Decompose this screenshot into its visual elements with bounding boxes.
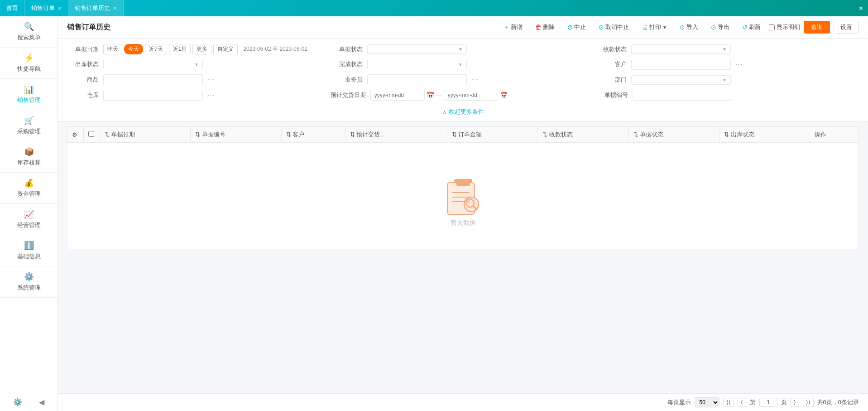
- delivery-date-end[interactable]: [444, 90, 498, 101]
- sidebar-item-system[interactable]: ⚙️ 系统管理: [0, 266, 58, 298]
- sidebar-item-search[interactable]: 🔍 搜索菜单: [0, 16, 58, 48]
- stop-icon: ⊘: [567, 24, 573, 31]
- tab-sales-history[interactable]: 销售订单历史 ✕: [68, 0, 124, 16]
- th-delivery-date[interactable]: ⇅ 预计交货...: [345, 127, 447, 143]
- query-button[interactable]: 查询: [804, 21, 830, 34]
- th-customer[interactable]: ⇅ 客户: [281, 127, 345, 143]
- page-size-select[interactable]: 50 20 100: [695, 397, 719, 407]
- collapse-sidebar-icon[interactable]: ◀: [39, 398, 44, 406]
- tab-sales-history-close[interactable]: ✕: [113, 5, 117, 11]
- next-page-btn[interactable]: ⟩: [791, 398, 799, 407]
- display-detail-checkbox[interactable]: [769, 24, 775, 30]
- sidebar-inventory-label: 库存核算: [17, 159, 41, 167]
- import-button[interactable]: ⊙ 导入: [675, 21, 703, 33]
- last-page-btn[interactable]: ⟩⟩: [803, 398, 814, 407]
- refresh-button[interactable]: ↺ 刷新: [738, 21, 765, 33]
- order-status-arrow: ▼: [458, 47, 463, 52]
- delivery-status-arrow: ▼: [194, 62, 199, 67]
- salesperson-dots[interactable]: ···: [470, 76, 480, 84]
- new-button[interactable]: ＋ 新增: [499, 21, 527, 33]
- th-date[interactable]: ⇅ 单据日期: [100, 127, 191, 143]
- th-number[interactable]: ⇅ 单据编号: [191, 127, 281, 143]
- delete-label: 删除: [543, 23, 555, 31]
- completion-status-arrow: ▼: [458, 62, 463, 67]
- th-delivery-date-label: ⇅ 预计交货...: [350, 131, 385, 138]
- completion-status-select[interactable]: ▼: [367, 60, 467, 69]
- delivery-date-end-icon[interactable]: 📅: [500, 92, 508, 99]
- cancel-stop-button[interactable]: ⊘ 取消中止: [594, 21, 633, 33]
- th-customer-label: ⇅ 客户: [286, 131, 305, 138]
- product-input[interactable]: [103, 74, 203, 85]
- filter-area: 单据日期 昨天 今天 近7天 近1月 更多 自定义 2023-06-02 至 2…: [58, 39, 868, 122]
- customer-input[interactable]: [631, 59, 731, 70]
- filter-row-2: 出库状态 ▼ 完成状态 ▼ 客户 ···: [67, 59, 859, 70]
- warehouse-input[interactable]: [103, 90, 203, 101]
- prev-page-btn[interactable]: ⟨: [738, 398, 746, 407]
- tab-sales-order-close[interactable]: ✕: [58, 5, 62, 11]
- date-btn-7days[interactable]: 近7天: [145, 44, 167, 54]
- delivery-date-start-icon[interactable]: 📅: [427, 92, 434, 99]
- table-body: 暂无数据: [67, 143, 859, 249]
- th-amount[interactable]: ⇅ 订单金额: [447, 127, 537, 143]
- sidebar-item-basics[interactable]: ℹ️ 基础信息: [0, 235, 58, 266]
- new-label: 新增: [511, 23, 523, 31]
- date-btn-1month[interactable]: 近1月: [169, 44, 191, 54]
- setting-button[interactable]: 设置: [834, 21, 859, 34]
- page-title: 销售订单历史: [67, 23, 110, 32]
- th-delivery-status[interactable]: ⇅ 出库状态: [719, 127, 810, 143]
- th-order-status[interactable]: ⇅ 单据状态: [628, 127, 719, 143]
- select-all-checkbox[interactable]: [88, 131, 94, 137]
- tab-sales-order[interactable]: 销售订单 ✕: [25, 0, 68, 16]
- settings-bottom-icon[interactable]: ⚙️: [13, 398, 22, 406]
- product-dots[interactable]: ···: [206, 76, 216, 84]
- date-btn-yesterday[interactable]: 昨天: [103, 44, 122, 54]
- stop-button[interactable]: ⊘ 中止: [563, 21, 590, 33]
- main-content: 销售订单历史 ＋ 新增 🗑 删除 ⊘ 中止 ⊘ 取消中止: [58, 16, 868, 411]
- sidebar-item-sales[interactable]: 📊 销售管理: [0, 79, 58, 110]
- order-number-control: [633, 90, 859, 101]
- order-number-input[interactable]: [633, 90, 732, 101]
- page-number-input[interactable]: [759, 398, 777, 407]
- department-select[interactable]: ▼: [631, 75, 731, 85]
- th-settings[interactable]: ⚙: [67, 127, 84, 143]
- filter-row-4: 仓库 ··· 预计交货日期 📅 — 📅 单据编号: [67, 90, 859, 101]
- export-button[interactable]: ⊙ 导出: [706, 21, 734, 33]
- collapse-btn[interactable]: ∧ 收起更多条件: [67, 105, 859, 116]
- delivery-status-select[interactable]: ▼: [103, 60, 203, 69]
- toolbar: ＋ 新增 🗑 删除 ⊘ 中止 ⊘ 取消中止 🖨 打印: [499, 21, 859, 34]
- sidebar-item-quick-nav[interactable]: ⚡ 快捷导航: [0, 48, 58, 79]
- sidebar-item-purchase[interactable]: 🛒 采购管理: [0, 110, 58, 141]
- sidebar-item-operations[interactable]: 📈 经营管理: [0, 204, 58, 235]
- payment-status-arrow: ▼: [722, 47, 727, 52]
- tab-home[interactable]: 首页: [0, 0, 25, 16]
- payment-status-control: ▼: [631, 44, 859, 54]
- date-btn-today[interactable]: 今天: [124, 44, 143, 54]
- basics-icon: ℹ️: [24, 241, 34, 251]
- sidebar-item-finance[interactable]: 💰 资金管理: [0, 173, 58, 204]
- th-payment-status[interactable]: ⇅ 收款状态: [538, 127, 628, 143]
- table-area: ⚙ ⇅ 单据日期 ⇅ 单据编号 ⇅ 客户: [58, 122, 868, 393]
- delete-button[interactable]: 🗑 删除: [531, 21, 559, 33]
- window-close-btn[interactable]: ✕: [858, 5, 863, 12]
- order-status-select[interactable]: ▼: [367, 44, 467, 54]
- salesperson-input[interactable]: [367, 74, 467, 85]
- date-btn-more[interactable]: 更多: [192, 44, 211, 54]
- warehouse-dots[interactable]: ···: [206, 91, 216, 99]
- delivery-date-control: 📅 — 📅: [370, 90, 597, 101]
- customer-dots[interactable]: ···: [734, 60, 744, 68]
- search-icon: 🔍: [24, 22, 34, 32]
- th-date-label: ⇅ 单据日期: [105, 131, 135, 138]
- department-label: 部门: [595, 76, 631, 84]
- th-checkbox[interactable]: [84, 127, 100, 143]
- page-suffix-label: 页: [781, 398, 787, 406]
- print-button[interactable]: 🖨 打印 ▼: [637, 21, 671, 33]
- refresh-label: 刷新: [749, 23, 761, 31]
- delivery-date-start[interactable]: [370, 90, 425, 101]
- date-filter-control: 昨天 今天 近7天 近1月 更多 自定义 2023-06-02 至 2023-0…: [103, 44, 331, 54]
- first-page-btn[interactable]: ⟨⟨: [723, 398, 734, 407]
- sidebar-item-inventory[interactable]: 📦 库存核算: [0, 141, 58, 173]
- date-btn-custom[interactable]: 自定义: [213, 44, 238, 54]
- collapse-up-icon: ∧: [442, 109, 447, 116]
- payment-status-select[interactable]: ▼: [631, 44, 731, 54]
- print-icon: 🖨: [642, 24, 648, 31]
